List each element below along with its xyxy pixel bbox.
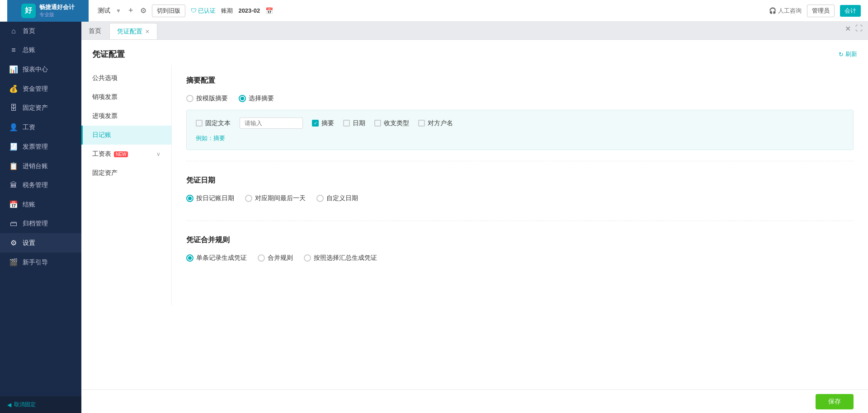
page-title: 凭证配置 [92, 49, 125, 60]
radio-batch[interactable]: 按照选择汇总生成凭证 [304, 254, 377, 262]
admin-button[interactable]: 管理员 [807, 5, 835, 17]
left-nav-purchase-invoice[interactable]: 进项发票 [81, 107, 171, 126]
checkbox-fixed-text-box [196, 120, 203, 127]
radio-select-circle [239, 95, 246, 102]
shield-icon: 🛡 [191, 7, 197, 14]
merge-rules-radio-group: 单条记录生成凭证 合并规则 按照选择汇总生成凭证 [186, 254, 854, 262]
app-logo-text: 畅捷通好会计 专业版 [39, 3, 75, 18]
right-content: 摘要配置 按模版摘要 选择摘要 [172, 65, 868, 305]
trade-icon: 📋 [9, 162, 18, 170]
left-nav-fixed-assets[interactable]: 固定资产 [81, 164, 171, 183]
checkbox-summary-box: ✓ [312, 120, 319, 127]
example-text: 例如：摘要 [196, 134, 844, 142]
tab-voucher-config[interactable]: 凭证配置 ✕ [109, 23, 157, 39]
fund-icon: 💰 [9, 84, 18, 93]
two-col-layout: 公共选项 销项发票 进项发票 日记账 工资表 NEW [81, 65, 868, 305]
radio-select[interactable]: 选择摘要 [239, 94, 274, 103]
checkbox-fixed-text[interactable]: 固定文本 [196, 119, 231, 127]
close-tab-icon[interactable]: ✕ [845, 24, 851, 33]
left-nav-sales-invoice[interactable]: 销项发票 [81, 88, 171, 107]
archive-icon: 🗃 [9, 220, 18, 228]
period-label: 账期 [221, 7, 233, 15]
calendar-icon[interactable]: 📅 [265, 7, 273, 14]
tab-close-icon[interactable]: ✕ [145, 28, 150, 35]
sidebar-item-report[interactable]: 📊 报表中心 [0, 60, 81, 79]
app-logo-icon: 好 [21, 4, 36, 18]
radio-by-journal-date-circle [186, 195, 193, 202]
sidebar-item-tax[interactable]: 🏛 税务管理 [0, 176, 81, 195]
add-icon[interactable]: + [128, 6, 133, 15]
top-header: 好 畅捷通好会计 专业版 测试 ▼ + ⚙ 切到旧版 🛡 已认证 账期 2023… [0, 0, 868, 22]
ledger-icon: ≡ [9, 46, 18, 54]
radio-last-day-circle [245, 195, 252, 202]
headset-icon: 🎧 [769, 7, 776, 14]
sidebar-item-invoice[interactable]: 🧾 发票管理 [0, 137, 81, 156]
radio-single-circle [186, 254, 193, 262]
radio-merge[interactable]: 合并规则 [258, 254, 293, 262]
radio-template-circle [186, 95, 193, 102]
period-value: 2023-02 [238, 7, 260, 14]
cancel-fixed-button[interactable]: ◀ 取消固定 [0, 396, 81, 413]
sidebar-item-ledger[interactable]: ≡ 总账 [0, 41, 81, 60]
sidebar-item-settings[interactable]: ⚙ 设置 [0, 233, 81, 253]
save-button[interactable]: 保存 [816, 394, 854, 409]
chevron-down-icon: ∨ [156, 151, 160, 157]
checkbox-summary[interactable]: ✓ 摘要 [312, 119, 334, 127]
sidebar-item-guide[interactable]: 🎬 新手引导 [0, 253, 81, 272]
left-nav-journal[interactable]: 日记账 [81, 126, 171, 145]
pin-icon: ◀ [7, 402, 11, 408]
checkbox-date[interactable]: 日期 [343, 119, 365, 127]
consult-button[interactable]: 🎧 人工咨询 [769, 7, 802, 15]
checkbox-income-type[interactable]: 收支类型 [374, 119, 409, 127]
checkbox-counter-name-box [418, 120, 425, 127]
refresh-icon: ↻ [839, 51, 844, 58]
radio-last-day[interactable]: 对应期间最后一天 [245, 194, 306, 202]
sidebar-item-fund[interactable]: 💰 资金管理 [0, 79, 81, 99]
radio-template[interactable]: 按模版摘要 [186, 94, 228, 103]
radio-custom-date[interactable]: 自定义日期 [316, 194, 358, 202]
workspace-name: 测试 [98, 7, 110, 15]
tab-bar: 首页 凭证配置 ✕ ✕ ⛶ [81, 22, 868, 40]
certified-badge: 🛡 已认证 [191, 7, 216, 15]
sidebar-item-close[interactable]: 📅 结账 [0, 195, 81, 214]
settings-menu-icon: ⚙ [9, 239, 18, 247]
workspace-arrow-icon[interactable]: ▼ [116, 8, 121, 14]
refresh-button[interactable]: ↻ 刷新 [839, 50, 857, 58]
voucher-date-title: 凭证日期 [186, 176, 854, 185]
tax-icon: 🏛 [9, 181, 18, 189]
close-period-icon: 📅 [9, 200, 18, 209]
checkbox-counter-name[interactable]: 对方户名 [418, 119, 453, 127]
sidebar-item-home[interactable]: ⌂ 首页 [0, 22, 81, 41]
tab-bar-actions: ✕ ⛶ [845, 24, 863, 33]
sidebar-item-asset[interactable]: 🗄 固定资产 [0, 99, 81, 117]
asset-icon: 🗄 [9, 104, 18, 112]
sidebar-item-salary[interactable]: 👤 工资 [0, 117, 81, 137]
page-content: 凭证配置 ↻ 刷新 公共选项 销项发票 [81, 40, 868, 390]
fixed-text-input[interactable] [240, 117, 303, 129]
invoice-icon: 🧾 [9, 142, 18, 151]
left-nav: 公共选项 销项发票 进项发票 日记账 工资表 NEW [81, 65, 172, 305]
accountant-button[interactable]: 会计 [840, 5, 861, 17]
tab-home[interactable]: 首页 [81, 23, 108, 39]
content-area: 首页 凭证配置 ✕ ✕ ⛶ 凭证配置 ↻ 刷新 [81, 22, 868, 413]
radio-single[interactable]: 单条记录生成凭证 [186, 254, 247, 262]
sidebar-item-trade[interactable]: 📋 进销台账 [0, 156, 81, 176]
merge-rules-section: 凭证合并规则 单条记录生成凭证 合并规则 [186, 235, 854, 280]
radio-by-journal-date[interactable]: 按日记账日期 [186, 194, 234, 202]
checkbox-income-type-box [374, 120, 381, 127]
left-nav-payroll[interactable]: 工资表 NEW ∨ [81, 145, 171, 164]
left-nav-public[interactable]: 公共选项 [81, 69, 171, 88]
voucher-date-radio-group: 按日记账日期 对应期间最后一天 自定义日期 [186, 194, 854, 202]
summary-options: 固定文本 ✓ 摘要 日期 [196, 117, 844, 129]
summary-radio-group: 按模版摘要 选择摘要 [186, 94, 854, 103]
sidebar: ⌂ 首页 ≡ 总账 📊 报表中心 💰 资金管理 🗄 固定资产 👤 工资 [0, 22, 81, 413]
radio-custom-date-circle [316, 195, 324, 202]
salary-icon: 👤 [9, 123, 18, 131]
expand-icon[interactable]: ⛶ [855, 24, 863, 33]
settings-icon[interactable]: ⚙ [140, 6, 146, 15]
guide-icon: 🎬 [9, 258, 18, 267]
switch-old-button[interactable]: 切到旧版 [152, 5, 185, 17]
sidebar-item-archive[interactable]: 🗃 归档管理 [0, 214, 81, 233]
voucher-date-section: 凭证日期 按日记账日期 对应期间最后一天 [186, 176, 854, 221]
summary-section-title: 摘要配置 [186, 76, 854, 85]
